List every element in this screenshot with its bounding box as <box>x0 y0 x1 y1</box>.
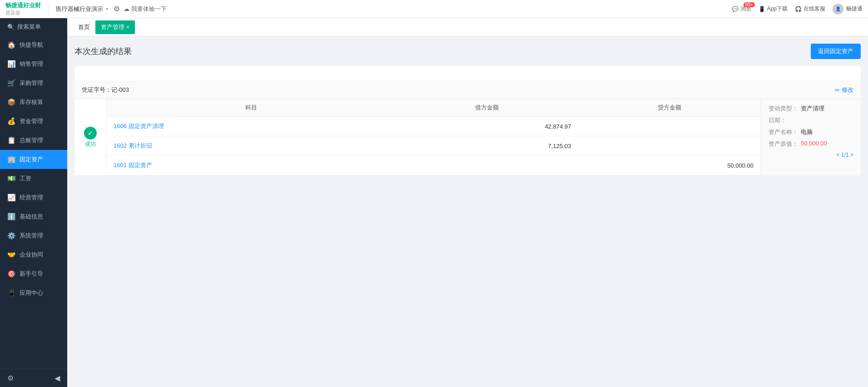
home-icon: 🏠 <box>7 41 16 49</box>
guide-icon: 🎯 <box>7 270 16 278</box>
page-header: 本次生成的结果 返回固定资产 <box>74 44 861 59</box>
status-text: 成功 <box>85 140 96 148</box>
notification-badge: 99+ <box>744 2 755 7</box>
app-download-button[interactable]: 📱 App下载 <box>759 5 788 13</box>
brand-logo: 畅捷通好业财 普及版 <box>5 1 41 16</box>
sidebar-settings-icon[interactable]: ⚙ <box>7 374 14 382</box>
chevron-down-icon: ▾ <box>106 6 108 11</box>
asset-value-label: 资产原值： <box>769 140 798 148</box>
sidebar-item-label-fixed-assets: 固定资产 <box>20 155 43 164</box>
notification-button[interactable]: 💬 消息 99+ <box>732 5 751 13</box>
sidebar-item-label-basic-info: 基础信息 <box>20 213 43 221</box>
inventory-icon: 📦 <box>7 98 16 106</box>
online-support-label: 在线客服 <box>804 5 825 13</box>
voucher-number: 凭证字号：记-003 <box>82 86 129 94</box>
sidebar-item-label-salary: 工资 <box>20 174 31 183</box>
brand-name: 畅捷通好业财 <box>5 1 41 10</box>
sidebar-item-fixed-assets[interactable]: 🏢 固定资产 <box>0 150 67 169</box>
next-page-icon[interactable]: > <box>850 152 853 158</box>
sidebar-item-label-search: 搜索菜单 <box>17 23 41 31</box>
sidebar-item-label-system: 系统管理 <box>20 232 43 240</box>
experience-button[interactable]: ☁ 我要体验一下 <box>124 5 167 13</box>
company-selector[interactable]: 医疗器械行业演示 ▾ <box>56 5 108 13</box>
fixed-assets-icon: 🏢 <box>7 155 16 164</box>
online-support-icon: 🎧 <box>795 6 802 12</box>
row3-credit: 50,000.00 <box>578 156 761 175</box>
experience-icon: ☁ <box>124 5 129 12</box>
asset-value-row: 资产原值： 50,000.00 <box>769 140 853 148</box>
online-support-button[interactable]: 🎧 在线客服 <box>795 5 825 13</box>
date-label: 日期： <box>769 116 786 124</box>
sidebar-item-funds[interactable]: 💰 资金管理 <box>0 112 67 131</box>
page-title: 本次生成的结果 <box>74 46 132 57</box>
sidebar-item-operations[interactable]: 📈 经营管理 <box>0 188 67 207</box>
sidebar-item-label-operations: 经营管理 <box>20 194 43 202</box>
sidebar: 🔍 搜索菜单 🏠 快捷导航 📊 销售管理 🛒 采购管理 📦 库存核算 💰 资金管… <box>0 18 67 387</box>
prev-page-icon[interactable]: < <box>837 152 840 158</box>
voucher-table: 科目 借方金额 贷方金额 1606 固定资产清理 42,874. <box>106 99 761 175</box>
sidebar-item-sales[interactable]: 📊 销售管理 <box>0 55 67 74</box>
edit-button[interactable]: ✏ 修改 <box>835 86 853 94</box>
tab-asset-management-label: 资产管理 <box>101 23 124 31</box>
tab-asset-management[interactable]: 资产管理 × <box>95 20 135 34</box>
voucher-section: 凭证字号：记-003 ✏ 修改 ✓ 成功 <box>74 81 861 175</box>
table-row: 1602 累计折旧 7,125.03 <box>106 136 761 156</box>
funds-icon: 💰 <box>7 117 16 125</box>
voucher-header: 凭证字号：记-003 ✏ 修改 <box>74 81 861 99</box>
avatar: 👤 <box>833 4 843 15</box>
sidebar-item-label-ledger: 总账管理 <box>20 136 43 144</box>
sidebar-item-system[interactable]: ⚙️ 系统管理 <box>0 226 67 245</box>
sidebar-item-label-app-center: 应用中心 <box>20 289 43 297</box>
sidebar-item-label-purchase: 采购管理 <box>20 79 43 87</box>
sidebar-item-label-funds: 资金管理 <box>20 117 43 125</box>
return-button[interactable]: 返回固定资产 <box>811 44 861 59</box>
settings-icon[interactable]: ⚙ <box>114 5 120 13</box>
sidebar-item-app-center[interactable]: 📱 应用中心 <box>0 283 67 303</box>
sidebar-item-basic-info[interactable]: ℹ️ 基础信息 <box>0 207 67 226</box>
table-row: 1601 固定资产 50,000.00 <box>106 156 761 175</box>
content-area: 首页 资产管理 × 本次生成的结果 返回固定资产 <box>67 18 868 387</box>
tab-close-icon[interactable]: × <box>126 24 129 30</box>
pagination-text: 1/1 <box>841 152 850 158</box>
result-box: 凭证字号：记-003 ✏ 修改 ✓ 成功 <box>74 66 861 175</box>
edit-label: 修改 <box>842 86 853 94</box>
tab-bar: 首页 资产管理 × <box>67 18 868 36</box>
operations-icon: 📈 <box>7 194 16 202</box>
basic-info-icon: ℹ️ <box>7 213 16 221</box>
sidebar-item-purchase[interactable]: 🛒 采购管理 <box>0 74 67 93</box>
sidebar-collapse-icon[interactable]: ◀ <box>55 374 60 382</box>
user-profile-button[interactable]: 👤 畅捷通 <box>833 4 863 15</box>
success-icon: ✓ <box>84 127 97 139</box>
sidebar-item-search[interactable]: 🔍 搜索菜单 <box>0 18 67 35</box>
row2-debit: 7,125.03 <box>396 136 578 156</box>
sidebar-item-label-cooperation: 企业协同 <box>20 251 43 259</box>
sidebar-item-inventory[interactable]: 📦 库存核算 <box>0 93 67 112</box>
sidebar-item-quick-nav[interactable]: 🏠 快捷导航 <box>0 35 67 55</box>
pagination: < 1/1 > <box>769 152 853 158</box>
sidebar-item-ledger[interactable]: 📋 总账管理 <box>0 131 67 150</box>
sidebar-item-label-inventory: 库存核算 <box>20 98 43 106</box>
sidebar-bottom: ⚙ ◀ <box>0 369 67 387</box>
tab-home[interactable]: 首页 <box>74 23 94 31</box>
col-subject: 科目 <box>106 99 396 117</box>
edit-icon: ✏ <box>835 87 840 94</box>
row1-debit: 42,874.97 <box>396 117 578 136</box>
sidebar-item-salary[interactable]: 💵 工资 <box>0 169 67 188</box>
user-label: 畅捷通 <box>846 5 863 13</box>
app-download-icon: 📱 <box>759 6 765 12</box>
notification-icon: 💬 <box>732 6 739 12</box>
topbar-left: 畅捷通好业财 普及版 医疗器械行业演示 ▾ ⚙ ☁ 我要体验一下 <box>5 1 167 16</box>
change-type-value: 资产清理 <box>801 104 824 113</box>
topbar: 畅捷通好业财 普及版 医疗器械行业演示 ▾ ⚙ ☁ 我要体验一下 💬 消息 99… <box>0 0 868 18</box>
page-content: 本次生成的结果 返回固定资产 凭证字号：记-003 ✏ 修改 <box>67 36 868 387</box>
row2-subject: 1602 累计折旧 <box>106 136 396 156</box>
app-center-icon: 📱 <box>7 289 16 297</box>
sidebar-item-cooperation[interactable]: 🤝 企业协同 <box>0 245 67 264</box>
sidebar-item-label-quick-nav: 快捷导航 <box>20 41 43 49</box>
brand-edition: 普及版 <box>5 10 41 16</box>
table-row: 1606 固定资产清理 42,874.97 <box>106 117 761 136</box>
main-layout: 🔍 搜索菜单 🏠 快捷导航 📊 销售管理 🛒 采购管理 📦 库存核算 💰 资金管… <box>0 18 868 387</box>
row3-subject: 1601 固定资产 <box>106 156 396 175</box>
sidebar-item-guide[interactable]: 🎯 新手引导 <box>0 264 67 283</box>
col-debit: 借方金额 <box>396 99 578 117</box>
